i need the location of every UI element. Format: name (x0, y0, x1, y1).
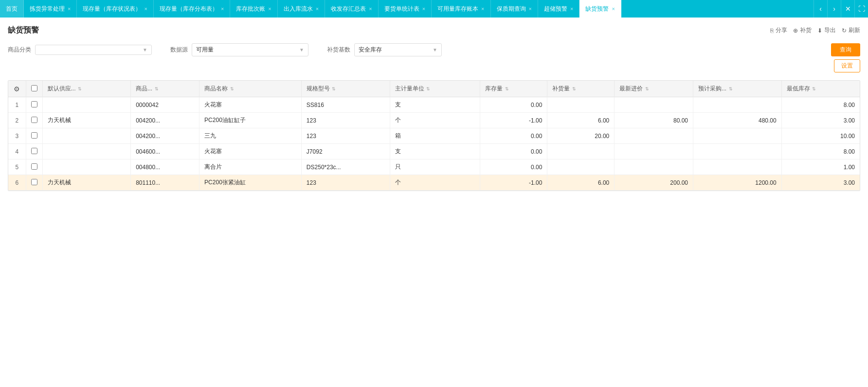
cell-stock-2: 0.00 (480, 128, 547, 144)
main-content: 缺货预警 ⎘ 分享 ⊕ 补货 ⬇ 导出 ↻ 刷新 商品分类 (0, 18, 868, 387)
tab-close-button[interactable]: ✕ (841, 0, 854, 18)
cell-spec-3: J7092 (301, 144, 390, 159)
replenish-basis-filter-group: 补货基数 安全库存 ▼ (327, 43, 442, 56)
sort-icon-product_name[interactable]: ⇅ (229, 87, 234, 91)
cell-unit-2: 箱 (390, 128, 480, 144)
datasource-value: 可用量 (196, 46, 214, 54)
cell-unit-1: 个 (390, 113, 480, 128)
sort-icon-spec[interactable]: ⇅ (331, 87, 336, 91)
row-checkbox-3[interactable] (31, 148, 37, 154)
tab-overstock[interactable]: 超储预警× (538, 0, 579, 18)
tab-available-ledger[interactable]: 可用量库存账本× (432, 0, 490, 18)
cell-stock-3: 0.00 (480, 144, 547, 159)
sort-icon-est_purchase[interactable]: ⇅ (727, 87, 733, 91)
th-settings[interactable]: ⚙ (8, 81, 26, 97)
tab-inout-flow[interactable]: 出入库流水× (278, 0, 325, 18)
row-check-1[interactable] (26, 113, 42, 128)
row-check-2[interactable] (26, 128, 42, 144)
tab-close-stock-status[interactable]: × (144, 6, 147, 12)
sort-icon-stock[interactable]: ⇅ (504, 87, 509, 91)
cell-supplier-3 (42, 144, 131, 159)
table-row[interactable]: 3004200...三九123箱0.0020.0010.00 (8, 128, 860, 144)
cell-latest_price-1: 80.00 (615, 113, 693, 128)
replenish-basis-select[interactable]: 安全库存 ▼ (354, 43, 442, 56)
table-row[interactable]: 6力天机械801110...PC200张紧油缸123个-1.006.00200.… (8, 175, 860, 191)
th-check (26, 81, 42, 97)
table-row[interactable]: 2力天机械004200...PC200油缸缸子123个-1.006.0080.0… (8, 113, 860, 128)
th-product_name[interactable]: 商品名称 ⇅ (199, 81, 302, 97)
data-table: ⚙默认供应... ⇅商品... ⇅商品名称 ⇅规格型号 ⇅主计量单位 ⇅库存量 … (8, 81, 860, 191)
th-unit[interactable]: 主计量单位 ⇅ (390, 81, 480, 97)
datasource-chevron-icon: ▼ (299, 47, 304, 53)
cell-supplier-0 (42, 97, 131, 113)
th-supplier[interactable]: 默认供应... ⇅ (42, 81, 131, 97)
row-check-5[interactable] (26, 175, 42, 191)
th-product_code[interactable]: 商品... ⇅ (131, 81, 199, 97)
th-latest_price[interactable]: 最新进价 ⇅ (615, 81, 693, 97)
tab-close-shortage[interactable]: × (612, 6, 615, 12)
tab-abnormal[interactable]: 拣货异常处理× (24, 0, 77, 18)
row-check-3[interactable] (26, 144, 42, 159)
tab-close-overstock[interactable]: × (570, 6, 573, 12)
tab-close-inout-flow[interactable]: × (316, 6, 319, 12)
sort-icon-product_code[interactable]: ⇅ (153, 87, 159, 91)
category-select[interactable]: ▼ (35, 45, 152, 55)
sort-icon-replenish[interactable]: ⇅ (571, 87, 576, 91)
row-checkbox-4[interactable] (31, 163, 37, 170)
replenish-basis-label: 补货基数 (327, 46, 350, 54)
sort-icon-supplier[interactable]: ⇅ (77, 87, 82, 91)
tab-order-stats[interactable]: 要货单统计表× (379, 0, 432, 18)
gear-icon[interactable]: ⚙ (14, 85, 20, 93)
settings-button[interactable]: 设置 (834, 59, 860, 72)
category-label: 商品分类 (8, 46, 31, 54)
share-button[interactable]: ⎘ 分享 (770, 26, 787, 35)
tab-close-abnormal[interactable]: × (68, 6, 71, 12)
th-est_purchase[interactable]: 预计采购... ⇅ (693, 81, 782, 97)
col-label-est_purchase: 预计采购... (698, 85, 726, 92)
cell-stock-1: -1.00 (480, 113, 547, 128)
row-checkbox-1[interactable] (31, 117, 37, 123)
tab-shortage[interactable]: 缺货预警× (579, 0, 621, 18)
sort-icon-latest_price[interactable]: ⇅ (644, 87, 649, 91)
th-min_stock[interactable]: 最低库存 ⇅ (781, 81, 860, 97)
tab-expiry-query[interactable]: 保质期查询× (491, 0, 538, 18)
tab-stock-status[interactable]: 现存量（库存状况表）× (77, 0, 153, 18)
cell-latest_price-2 (615, 128, 693, 144)
refresh-button[interactable]: ↻ 刷新 (842, 26, 860, 35)
tab-close-expiry-query[interactable]: × (529, 6, 532, 12)
row-check-4[interactable] (26, 159, 42, 175)
tab-prev-button[interactable]: ‹ (814, 0, 827, 18)
table-row[interactable]: 4004600...火花塞J7092支0.008.00 (8, 144, 860, 159)
row-checkbox-5[interactable] (31, 179, 37, 185)
table-row[interactable]: 5004800...离合片DS250*23c...只0.001.00 (8, 159, 860, 175)
datasource-select[interactable]: 可用量 ▼ (192, 43, 308, 56)
sort-icon-min_stock[interactable]: ⇅ (811, 87, 816, 91)
tab-stock-dist[interactable]: 现存量（库存分布表）× (154, 0, 230, 18)
tab-fullscreen-button[interactable]: ⛶ (854, 0, 868, 18)
th-spec[interactable]: 规格型号 ⇅ (301, 81, 390, 97)
replenish-button[interactable]: ⊕ 补货 (793, 26, 812, 35)
row-checkbox-0[interactable] (31, 101, 37, 107)
tab-close-available-ledger[interactable]: × (481, 6, 484, 12)
select-all-checkbox[interactable] (31, 85, 37, 91)
tab-next-button[interactable]: › (827, 0, 841, 18)
th-replenish[interactable]: 补货量 ⇅ (547, 81, 615, 97)
row-num-2: 3 (8, 128, 26, 144)
table-row[interactable]: 10000042火花塞SS816支0.008.00 (8, 97, 860, 113)
cell-min_stock-3: 8.00 (781, 144, 860, 159)
tab-batch-account[interactable]: 库存批次账× (230, 0, 277, 18)
tab-close-stock-dist[interactable]: × (221, 6, 224, 12)
query-button[interactable]: 查询 (831, 43, 860, 56)
tab-home[interactable]: 首页 (0, 0, 24, 18)
cell-product_code-4: 004800... (131, 159, 199, 175)
tab-close-receive-summary[interactable]: × (369, 6, 372, 12)
tab-close-order-stats[interactable]: × (422, 6, 425, 12)
tab-receive-summary[interactable]: 收发存汇总表× (325, 0, 378, 18)
tab-close-batch-account[interactable]: × (268, 6, 271, 12)
row-check-0[interactable] (26, 97, 42, 113)
sort-icon-unit[interactable]: ⇅ (425, 87, 431, 91)
tab-label-abnormal: 拣货异常处理 (30, 5, 65, 13)
th-stock[interactable]: 库存量 ⇅ (480, 81, 547, 97)
export-button[interactable]: ⬇ 导出 (817, 26, 836, 35)
row-checkbox-2[interactable] (31, 132, 37, 139)
